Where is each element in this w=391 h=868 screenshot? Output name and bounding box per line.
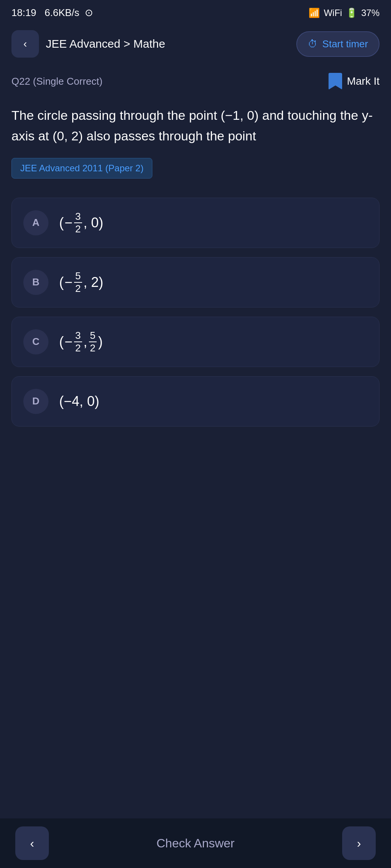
option-d-text: (−4, 0) [59, 392, 99, 411]
status-network: 6.6KB/s [45, 7, 79, 18]
next-button[interactable]: › [342, 826, 376, 860]
question-tag: JEE Advanced 2011 (Paper 2) [11, 158, 152, 179]
option-a-circle: A [23, 210, 48, 235]
prev-button[interactable]: ‹ [15, 826, 49, 860]
bottom-bar: ‹ Check Answer › [0, 818, 391, 868]
header: ‹ JEE Advanced > Mathe ⏱ Start timer [0, 23, 391, 69]
mark-it-button[interactable]: Mark It [328, 73, 380, 90]
option-b-circle: B [23, 270, 48, 295]
question-meta: Q22 (Single Correct) Mark It [0, 69, 391, 97]
battery-percent: 37% [361, 8, 380, 18]
start-timer-label: Start timer [322, 38, 368, 50]
option-d-card[interactable]: D (−4, 0) [11, 376, 380, 427]
header-title: JEE Advanced > Mathe [46, 37, 165, 50]
back-button[interactable]: ‹ [11, 30, 39, 58]
option-d-circle: D [23, 389, 48, 414]
status-time: 18:19 [11, 7, 36, 18]
status-bar: 18:19 6.6KB/s ⊙ 📶 WiFi 🔋 37% [0, 0, 391, 23]
question-text: The circle passing through the point (−1… [0, 97, 391, 158]
signal-icon: 📶 [309, 8, 320, 18]
option-a-text: ( − 3 2 , 0) [59, 211, 103, 235]
timer-icon: ⏱ [308, 38, 318, 50]
wifi-icon: WiFi [324, 8, 342, 18]
option-c-text: ( − 3 2 , 5 2 ) [59, 330, 103, 354]
back-chevron-icon: ‹ [23, 38, 27, 50]
status-icons: 📶 WiFi 🔋 37% [309, 8, 380, 18]
prev-icon: ‹ [30, 836, 34, 850]
header-left: ‹ JEE Advanced > Mathe [11, 30, 165, 58]
option-b-text: ( − 5 2 , 2) [59, 270, 103, 295]
tag-area: JEE Advanced 2011 (Paper 2) [0, 158, 391, 198]
options-area: A ( − 3 2 , 0) B ( − 5 2 , 2) C ( − [0, 198, 391, 427]
option-c-card[interactable]: C ( − 3 2 , 5 2 ) [11, 317, 380, 367]
battery-icon: 🔋 [346, 8, 357, 18]
option-b-card[interactable]: B ( − 5 2 , 2) [11, 257, 380, 308]
option-a-card[interactable]: A ( − 3 2 , 0) [11, 198, 380, 248]
bookmark-icon [328, 73, 342, 90]
question-label: Q22 (Single Correct) [11, 76, 102, 87]
check-answer-button[interactable]: Check Answer [157, 836, 235, 850]
mark-it-label: Mark It [347, 75, 380, 87]
next-icon: › [357, 836, 361, 850]
status-time-network: 18:19 6.6KB/s ⊙ [11, 7, 93, 19]
start-timer-button[interactable]: ⏱ Start timer [296, 31, 380, 57]
option-c-circle: C [23, 329, 48, 354]
